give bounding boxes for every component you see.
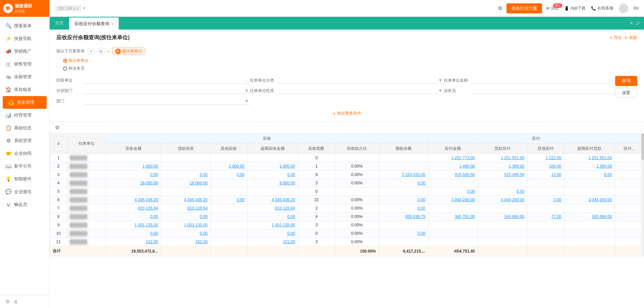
partner-nature-chevron-icon[interactable]: ▼ — [437, 88, 444, 93]
scheme-tag[interactable]: 畅 按往来单位 — [112, 47, 145, 55]
sidebar-item-operation[interactable]: 📊经营管理 — [0, 109, 49, 122]
cell-link[interactable]: 101.00 — [283, 239, 295, 244]
query-button[interactable]: 查询 — [615, 76, 637, 86]
cell-link[interactable]: 810,126.64 — [138, 206, 158, 211]
cell-link[interactable]: 0.00 — [237, 197, 245, 202]
cell-link[interactable]: 1,251,551.00 — [588, 156, 612, 160]
partner-name-input[interactable] — [471, 77, 637, 84]
scrollbar-thumb[interactable] — [641, 133, 644, 160]
tab-expand-icon[interactable]: ⤢ — [636, 20, 640, 27]
cell-link[interactable]: 0.00 — [150, 214, 158, 219]
cell-link[interactable]: 1,490.00 — [459, 164, 475, 169]
cell-link[interactable]: 0.00 — [150, 172, 158, 177]
cell-link[interactable]: 4,345,436.20 — [135, 197, 158, 202]
cell-link[interactable]: 152.00 — [146, 239, 158, 244]
cell-link[interactable]: 100.00 — [549, 164, 561, 169]
cell-link[interactable]: 1,001,135.00 — [135, 223, 158, 227]
cell-link[interactable]: 810,126.64 — [187, 206, 208, 211]
cell-link[interactable]: 0.00 — [517, 189, 524, 194]
cell-link[interactable]: 3,044,240.00 — [588, 197, 612, 202]
sidebar-item-quick-nav[interactable]: ⚡快捷导航 — [0, 32, 49, 45]
cell-link[interactable]: 1,001,135.00 — [184, 223, 208, 227]
cell-link[interactable]: 1,222.00 — [546, 156, 561, 160]
cell-link[interactable]: 0.00 — [200, 231, 208, 236]
sidebar-item-marketing[interactable]: 📣营销推广 — [0, 45, 49, 58]
sidebar-item-enterprise[interactable]: 🤝企业协同 — [0, 147, 49, 160]
cell-link[interactable]: 0.00 — [467, 189, 475, 194]
cell-link[interactable]: 9,000.00 — [279, 181, 295, 185]
cell-link[interactable]: 345,684.00 — [504, 214, 524, 219]
sidebar-item-member[interactable]: V畅会员 — [0, 198, 49, 211]
sidebar-item-fund[interactable]: 💰资金管理 — [3, 96, 47, 109]
promo-button[interactable]: 体验行业方案 — [506, 3, 542, 13]
cell-link[interactable]: 0.00 — [553, 197, 561, 202]
online-service-button[interactable]: 📞 在线客服 — [591, 5, 613, 11]
sidebar-item-sales[interactable]: 🛒销售管理 — [0, 58, 49, 71]
salesman-input[interactable] — [471, 88, 633, 94]
cell-link[interactable]: 1,390.00 — [509, 164, 525, 169]
collapse-more-button[interactable]: ∧ 收起更多条件 — [56, 108, 637, 118]
export-button[interactable]: ↗ 导出 — [609, 35, 622, 41]
refresh-button[interactable]: ↻ 刷新 — [625, 35, 637, 41]
cell-link[interactable]: 1,252,773.00 — [451, 156, 475, 160]
cell-link[interactable]: 915,495.56 — [504, 172, 524, 177]
cell-link[interactable]: 345,761.00 — [455, 214, 475, 219]
settlement-unit-input[interactable] — [83, 77, 246, 83]
scrollbar-track[interactable] — [641, 133, 644, 256]
add-scheme-button[interactable]: + — [87, 48, 95, 55]
sidebar-item-basic[interactable]: 📋基础信息 — [0, 122, 49, 134]
cell-link[interactable]: 4,345,436.20 — [184, 197, 208, 202]
sidebar-item-wechat[interactable]: 💬企业微信 — [0, 185, 49, 198]
cell-link[interactable]: 915,508.56 — [455, 172, 475, 177]
sidebar-item-guide[interactable]: 📖新手引导 — [0, 160, 49, 173]
cell-link[interactable]: 1,251,551.00 — [501, 156, 524, 160]
collapse-footer-icon[interactable]: ⏸ — [13, 299, 18, 305]
message-button[interactable]: ✉ 消息 99+ — [546, 5, 559, 11]
cell-link[interactable]: 77.00 — [551, 214, 561, 219]
sidebar-item-search-menu[interactable]: 🔍搜索菜单 — [0, 19, 49, 32]
tab-home[interactable]: 首页 — [50, 17, 69, 30]
settings-button[interactable]: 设置 — [615, 88, 637, 98]
cell-link[interactable]: 3,044,240.00 — [501, 197, 524, 202]
tab-close-all-icon[interactable]: × — [630, 20, 633, 26]
cell-link[interactable]: 0.00 — [150, 231, 158, 236]
settings-footer-icon[interactable]: ⚙ — [5, 299, 10, 305]
sub-scheme-partner[interactable]: 按往来单位 — [56, 58, 637, 65]
cell-link[interactable]: 13.00 — [551, 172, 561, 177]
cell-link[interactable]: 0.00 — [200, 172, 208, 177]
sidebar-item-inventory[interactable]: 🏠库存核算 — [0, 83, 49, 96]
cell-link[interactable]: 18,000.00 — [190, 181, 207, 185]
cell-link[interactable]: 345,684.00 — [592, 214, 612, 219]
partner-category-input[interactable] — [277, 77, 437, 83]
tab-ar-ap-query[interactable]: 应收应付余额查询 × — [69, 17, 119, 30]
sub-scheme-salesman[interactable]: 按业务员 — [56, 65, 637, 73]
cell-link[interactable]: 1,000.00 — [229, 164, 245, 169]
cell-link[interactable]: 2,153,333.00 — [402, 172, 425, 177]
cell-link[interactable]: 1,001,135.00 — [272, 223, 295, 227]
table-settings-icon[interactable]: ⚙ — [55, 125, 59, 131]
sidebar-item-purchase[interactable]: 🛍采购管理 — [0, 71, 49, 83]
dept-input[interactable] — [83, 88, 243, 94]
cell-link[interactable]: 1,000.00 — [279, 164, 295, 169]
cell-link[interactable]: 18,000.00 — [140, 181, 158, 185]
sidebar-item-system[interactable]: ⚙系统管理 — [0, 134, 49, 147]
partner-category-chevron-icon[interactable]: ▼ — [437, 78, 444, 83]
settlement-unit-dots-icon[interactable]: ... — [246, 78, 250, 83]
cell-link[interactable]: 0.00 — [418, 197, 425, 202]
cell-link[interactable]: 1,390.00 — [596, 164, 612, 169]
dept2-input[interactable] — [83, 98, 243, 104]
cell-link[interactable]: 0.00 — [418, 181, 425, 185]
dept-chevron-icon[interactable]: ▼ — [243, 88, 250, 93]
cell-link[interactable]: 0.00 — [237, 172, 245, 177]
cell-link[interactable]: 4,345,436.20 — [272, 197, 295, 202]
cell-link[interactable]: 0.00 — [604, 172, 612, 177]
cell-link[interactable]: 0.00 — [287, 214, 295, 219]
cell-link[interactable]: 655,636.75 — [405, 214, 425, 219]
tab-ar-close-icon[interactable]: × — [111, 22, 113, 26]
cell-link[interactable]: 0.00 — [418, 206, 425, 211]
sidebar-item-hardware[interactable]: 💡智能硬件 — [0, 173, 49, 185]
cell-link[interactable]: 3,044,240.00 — [451, 197, 475, 202]
app-download-button[interactable]: 📱 App下载 — [564, 5, 586, 11]
dept2-chevron-icon[interactable]: ▼ — [243, 99, 250, 103]
cell-link[interactable]: 1,000.00 — [143, 164, 158, 169]
